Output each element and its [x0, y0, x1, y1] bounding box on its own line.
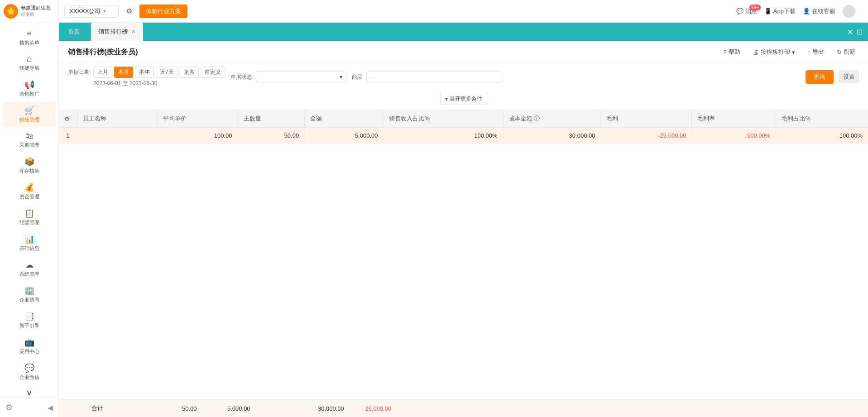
date-custom-btn[interactable]: 自定义	[201, 67, 225, 78]
sidebar-nav: ≡ 搜索菜单 ⌂ 快捷导航 📢 营销推广 🛒 销售管理 🛍 采购管理 📦 库存核…	[0, 23, 58, 398]
sidebar-item-finance[interactable]: 💰 资金管理	[3, 179, 56, 204]
sidebar-item-search-orders[interactable]: ≡ 搜索菜单	[3, 25, 56, 50]
sidebar-item-purchase[interactable]: 🛍 采购管理	[3, 128, 56, 152]
sidebar-item-marketing[interactable]: 📢 营销推广	[3, 76, 56, 101]
sidebar-label-app-center: 应用中心	[19, 348, 39, 355]
th-amount: 全额	[305, 110, 384, 128]
date-last-7days-btn[interactable]: 近7天	[156, 67, 178, 78]
sidebar-item-wechat[interactable]: 💬 企业微信	[3, 359, 56, 384]
member-icon: V	[27, 389, 31, 397]
td-sales-ratio: 100.00%	[384, 128, 503, 144]
td-avg-price: 100.00	[158, 128, 238, 144]
td-main-qty: 50.00	[238, 128, 305, 144]
refresh-button[interactable]: ↻ 刷新	[833, 46, 859, 58]
gear-icon: ⚙	[126, 7, 132, 15]
query-button[interactable]: 查询	[806, 70, 834, 84]
status-filter-group: 单据状态 ▾	[230, 72, 346, 82]
footer-gross: -25,000.00	[363, 405, 399, 412]
footer-main-qty: 50.00	[182, 405, 218, 412]
logo-brand: 畅康通好生意	[21, 5, 51, 11]
service-icon: 👤	[803, 8, 810, 14]
operations-icon: 📋	[24, 208, 34, 218]
logo-text-block: 畅康通好生意 标准版	[21, 5, 51, 18]
logo-icon: 🌟	[4, 4, 18, 19]
message-badge: 99+	[749, 5, 761, 10]
sidebar-item-member[interactable]: V 畅会员	[3, 385, 56, 398]
sidebar-label-finance: 资金管理	[19, 193, 39, 200]
message-button[interactable]: 💬 消息 99+	[736, 7, 757, 15]
sidebar-item-guide[interactable]: 📑 新手引导	[3, 308, 56, 333]
header-settings-button[interactable]: ⚙	[122, 5, 136, 18]
online-service-button[interactable]: 👤 在线客服	[803, 7, 835, 15]
status-select-chevron-icon: ▾	[340, 74, 342, 80]
th-employee: 员工名称	[77, 110, 158, 128]
app-download-label: App下载	[773, 7, 796, 15]
purchase-icon: 🛍	[25, 131, 34, 141]
tab-bar-restore-icon[interactable]: ⊡	[857, 28, 863, 36]
top-header-right: 💬 消息 99+ 📱 App下载 👤 在线客服	[736, 5, 863, 18]
date-more-btn[interactable]: 更多	[180, 67, 199, 78]
settings-button[interactable]: 设置	[839, 71, 859, 83]
date-current-month-btn[interactable]: 本月	[114, 67, 133, 78]
date-current-year-btn[interactable]: 本年	[135, 67, 154, 78]
table-footer: 合计 50.00 5,000.00 30,000.00 -25,000.00	[59, 399, 868, 417]
goods-input[interactable]: ...	[366, 72, 502, 82]
table-row[interactable]: 1100.0050.005,000.00100.00%30,000.00-25,…	[59, 128, 868, 144]
app-download-button[interactable]: 📱 App下载	[764, 7, 796, 15]
sidebar-item-sales[interactable]: 🛒 销售管理	[3, 102, 56, 127]
guide-icon: 📑	[24, 312, 34, 321]
tab-bar-close-icon[interactable]: ✕	[847, 28, 853, 36]
trial-industry-button[interactable]: 体验行业方案	[139, 5, 187, 18]
sidebar-item-inventory[interactable]: 📦 库存核算	[3, 153, 56, 178]
sidebar-item-operations[interactable]: 📋 经营管理	[3, 205, 56, 230]
goods-filter-label: 商品	[352, 73, 363, 81]
search-orders-icon: ≡	[27, 29, 32, 38]
company-selector[interactable]: XXXXX公司 ▾	[64, 5, 119, 18]
goods-filter-group: 商品 ...	[352, 72, 502, 82]
tab-home[interactable]: 首页	[59, 23, 89, 41]
date-last-month-btn[interactable]: 上月	[93, 67, 112, 78]
footer-label: 合计	[91, 404, 128, 412]
sidebar-item-quick-nav[interactable]: ⌂ 快捷导航	[3, 51, 56, 75]
expand-label: 展开更多条件	[450, 95, 482, 103]
th-gross-rate: 毛利率	[692, 110, 776, 128]
sidebar-label-sales: 销售管理	[19, 116, 39, 123]
basic-info-icon: 📊	[24, 234, 34, 244]
th-main-qty: 主数量	[238, 110, 305, 128]
export-button[interactable]: ↑ 导出	[804, 46, 828, 58]
td-gross-rate: -500.00%	[692, 128, 776, 144]
app-center-icon: 📺	[24, 337, 34, 347]
refresh-label: 刷新	[844, 48, 855, 56]
th-sales-ratio: 销售收入占比%	[384, 110, 503, 128]
sidebar-item-basic-info[interactable]: 📊 基础信息	[3, 230, 56, 255]
quick-nav-icon: ⌂	[27, 54, 32, 64]
expand-row: ▾ 展开更多条件	[68, 90, 859, 105]
settings-bottom-icon[interactable]: ⚙	[5, 403, 13, 412]
sidebar-label-search-orders: 搜索菜单	[19, 39, 39, 46]
company-chevron-icon: ▾	[103, 8, 106, 14]
page-header: 销售排行榜(按业务员) ? 帮助 🖨 按模板打印 ▾ ↑ 导出	[59, 41, 868, 62]
sidebar-item-app-center[interactable]: 📺 应用中心	[3, 334, 56, 359]
tab-bar-right: ✕ ⊡	[847, 28, 868, 36]
th-settings: ⚙	[59, 110, 77, 128]
sidebar-label-purchase: 采购管理	[19, 142, 39, 149]
help-button[interactable]: ? 帮助	[719, 46, 743, 58]
tab-sales-rank-label: 销售排行榜	[98, 28, 128, 36]
marketing-icon: 📢	[24, 80, 34, 90]
expand-conditions-button[interactable]: ▾ 展开更多条件	[440, 93, 487, 105]
export-icon: ↑	[808, 49, 811, 56]
print-icon: 🖨	[753, 49, 759, 56]
status-select[interactable]: ▾	[256, 72, 346, 82]
enterprise-icon: 🏢	[24, 286, 34, 296]
tab-close-icon[interactable]: ✕	[131, 29, 136, 35]
sidebar-item-system[interactable]: ☁ 系统管理	[3, 256, 56, 281]
collapse-sidebar-icon[interactable]: ◀	[48, 403, 53, 412]
content-area: 销售排行榜(按业务员) ? 帮助 🖨 按模板打印 ▾ ↑ 导出	[59, 41, 868, 417]
template-print-button[interactable]: 🖨 按模板打印 ▾	[749, 46, 799, 58]
sidebar-label-operations: 经营管理	[19, 219, 39, 226]
table-settings-icon[interactable]: ⚙	[64, 115, 70, 122]
tab-sales-rank[interactable]: 销售排行榜 ✕	[91, 23, 143, 41]
sidebar-item-enterprise[interactable]: 🏢 企业协同	[3, 282, 56, 307]
user-avatar[interactable]	[843, 5, 855, 18]
filter-row-main: 单据日期 上月 本月 本年 近7天 更多 自定义 2023-06-01 至 20…	[68, 67, 859, 87]
